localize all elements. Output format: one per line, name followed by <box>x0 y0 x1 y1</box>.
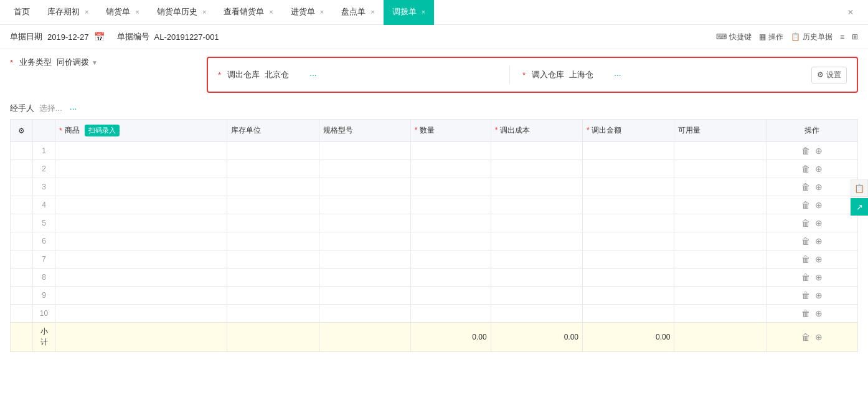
row-qty[interactable] <box>410 305 491 323</box>
row-cost[interactable] <box>491 142 582 160</box>
row-spec[interactable] <box>319 160 410 178</box>
row-spec[interactable] <box>319 214 410 232</box>
row-amount[interactable] <box>583 142 674 160</box>
row-amount[interactable] <box>583 232 674 250</box>
row-qty[interactable] <box>410 232 491 250</box>
row-spec[interactable] <box>319 287 410 305</box>
tab-close-sales-history[interactable]: × <box>202 8 206 16</box>
window-close-button[interactable]: × <box>838 0 863 25</box>
th-settings[interactable]: ⚙ <box>11 120 33 142</box>
row-copy-icon[interactable]: ⊕ <box>815 308 823 318</box>
row-copy-icon[interactable]: ⊕ <box>815 218 823 228</box>
row-avail[interactable] <box>674 287 766 305</box>
row-copy-icon[interactable]: ⊕ <box>815 290 823 300</box>
in-warehouse-ellipsis[interactable]: ··· <box>614 70 621 80</box>
history-btn[interactable]: 📋 历史单据 <box>791 32 833 42</box>
row-copy-icon[interactable]: ⊕ <box>815 146 823 156</box>
row-unit[interactable] <box>227 269 319 287</box>
row-cost[interactable] <box>491 214 582 232</box>
row-unit[interactable] <box>227 214 319 232</box>
row-avail[interactable] <box>674 232 766 250</box>
row-delete-icon[interactable]: 🗑 <box>801 182 810 192</box>
tab-sales[interactable]: 销货单 × <box>97 0 148 25</box>
layout1-btn[interactable]: ≡ <box>840 32 844 41</box>
row-copy-icon[interactable]: ⊕ <box>815 236 823 246</box>
row-unit[interactable] <box>227 196 319 214</box>
row-cost[interactable] <box>491 305 582 323</box>
row-unit[interactable] <box>227 178 319 196</box>
row-cost[interactable] <box>491 250 582 269</box>
tab-view-sales[interactable]: 查看销货单 × <box>215 0 281 25</box>
row-delete-icon[interactable]: 🗑 <box>801 236 810 246</box>
row-cost[interactable] <box>491 160 582 178</box>
row-cost[interactable] <box>491 287 582 305</box>
tab-close-view-sales[interactable]: × <box>269 8 273 16</box>
date-value[interactable]: 2019-12-27 <box>47 32 89 42</box>
handler-select[interactable]: 选择... <box>39 103 62 114</box>
row-qty[interactable] <box>410 160 491 178</box>
row-cost[interactable] <box>491 178 582 196</box>
handler-ellipsis[interactable]: ··· <box>70 103 77 113</box>
tab-inventory-init[interactable]: 库存期初 × <box>39 0 97 25</box>
row-unit[interactable] <box>227 305 319 323</box>
business-type-dropdown-arrow[interactable]: ▼ <box>92 59 98 66</box>
shortcut-btn[interactable]: ⌨ 快捷键 <box>716 32 752 42</box>
row-amount[interactable] <box>583 196 674 214</box>
row-avail[interactable] <box>674 196 766 214</box>
ops-btn[interactable]: ▦ 操作 <box>759 32 783 42</box>
row-product[interactable] <box>55 232 227 250</box>
row-amount[interactable] <box>583 269 674 287</box>
row-delete-icon[interactable]: 🗑 <box>801 254 810 264</box>
row-cost[interactable] <box>491 232 582 250</box>
row-spec[interactable] <box>319 196 410 214</box>
in-warehouse-value[interactable]: 上海仓 <box>569 69 606 80</box>
row-product[interactable] <box>55 269 227 287</box>
row-unit[interactable] <box>227 142 319 160</box>
layout2-btn[interactable]: ⊞ <box>852 32 858 41</box>
row-product[interactable] <box>55 178 227 196</box>
tab-close-inventory-init[interactable]: × <box>85 8 88 16</box>
row-avail[interactable] <box>674 178 766 196</box>
row-qty[interactable] <box>410 214 491 232</box>
row-delete-icon[interactable]: 🗑 <box>801 218 810 228</box>
row-spec[interactable] <box>319 250 410 269</box>
row-spec[interactable] <box>319 269 410 287</box>
row-product[interactable] <box>55 142 227 160</box>
row-delete-icon[interactable]: 🗑 <box>801 272 810 282</box>
row-delete-icon[interactable]: 🗑 <box>801 290 810 300</box>
calendar-icon[interactable]: 📅 <box>94 32 105 42</box>
row-avail[interactable] <box>674 250 766 269</box>
row-product[interactable] <box>55 250 227 269</box>
row-qty[interactable] <box>410 178 491 196</box>
tab-close-purchase[interactable]: × <box>320 8 324 16</box>
scan-input-btn[interactable]: 扫码录入 <box>85 125 120 136</box>
out-warehouse-ellipsis[interactable]: ··· <box>309 70 317 80</box>
tab-close-inventory-check[interactable]: × <box>370 8 374 16</box>
tab-purchase[interactable]: 进货单 × <box>282 0 333 25</box>
tab-home[interactable]: 首页 <box>5 0 39 25</box>
row-copy-icon[interactable]: ⊕ <box>815 200 823 210</box>
note-float-btn[interactable]: 📋 <box>851 179 868 197</box>
row-amount[interactable] <box>583 214 674 232</box>
row-copy-icon[interactable]: ⊕ <box>815 182 823 192</box>
row-qty[interactable] <box>410 196 491 214</box>
row-product[interactable] <box>55 160 227 178</box>
row-product[interactable] <box>55 196 227 214</box>
row-qty[interactable] <box>410 269 491 287</box>
row-spec[interactable] <box>319 142 410 160</box>
row-cost[interactable] <box>491 196 582 214</box>
row-avail[interactable] <box>674 305 766 323</box>
row-spec[interactable] <box>319 232 410 250</box>
tab-transfer[interactable]: 调拨单 × <box>384 0 434 25</box>
row-unit[interactable] <box>227 232 319 250</box>
row-amount[interactable] <box>583 287 674 305</box>
row-copy-icon[interactable]: ⊕ <box>815 164 823 174</box>
row-spec[interactable] <box>319 178 410 196</box>
row-cost[interactable] <box>491 269 582 287</box>
table-settings-icon[interactable]: ⚙ <box>18 126 25 135</box>
row-product[interactable] <box>55 214 227 232</box>
row-amount[interactable] <box>583 305 674 323</box>
row-amount[interactable] <box>583 178 674 196</box>
row-qty[interactable] <box>410 250 491 269</box>
row-qty[interactable] <box>410 287 491 305</box>
